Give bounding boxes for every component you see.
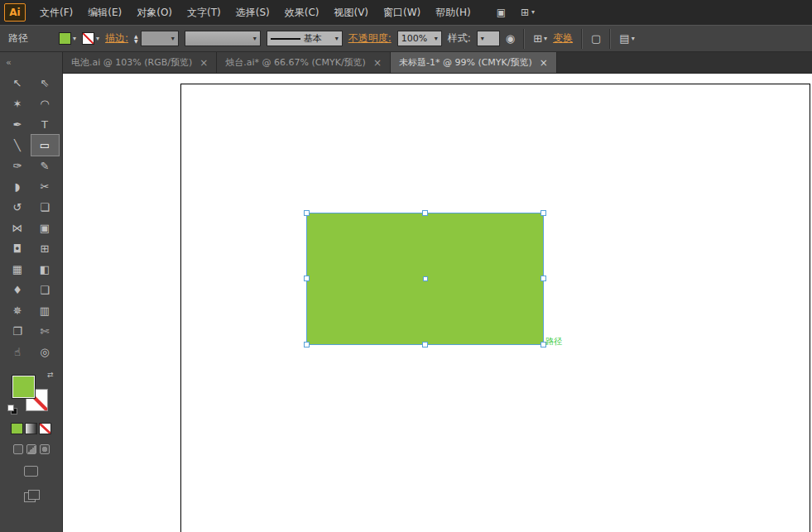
fill-swatch[interactable] [12,376,35,398]
isolate-object-icon[interactable]: ▢ [591,32,601,45]
gradient-button[interactable] [25,423,37,434]
chevron-down-icon[interactable]: ▾ [632,36,635,42]
tools-panel-header: « [0,52,62,73]
blob-brush-tool[interactable]: ◗ [4,176,31,197]
scissors-tool[interactable]: ✂ [31,176,59,197]
fill-color-swatch[interactable] [59,32,71,45]
panel-options-icon[interactable]: ▤ ▾ [619,32,634,45]
line-segment-tool[interactable]: ╲ [4,135,31,156]
selection-handle-sw[interactable] [304,342,310,347]
selection-handle-w[interactable] [304,276,310,281]
appbar-icons: ▣⊞▾ [497,7,535,18]
document-tab-2[interactable]: 未标题-1* @ 99% (CMYK/预览)× [391,52,557,73]
selection-tool[interactable]: ↖ [4,73,31,93]
chevron-down-icon[interactable]: ▾ [253,36,257,42]
style-dropdown[interactable]: ▾ [477,31,500,46]
none-button[interactable] [39,423,51,434]
canvas[interactable]: 路径 [63,74,812,532]
screen-mode-icon[interactable] [24,466,38,477]
selection-handle-e[interactable] [541,276,546,281]
stroke-weight-field[interactable]: ▾ [141,31,179,46]
symbol-sprayer-tool[interactable]: ✵ [4,300,31,321]
selection-center-point[interactable] [423,276,428,281]
width-tool[interactable]: ⋈ [4,218,31,238]
lasso-tool[interactable]: ◠ [31,93,59,114]
stroke-panel-link[interactable]: 描边: [105,31,128,46]
tab-close-button[interactable]: × [199,58,208,68]
selection-handle-nw[interactable] [304,210,310,216]
fill-color-control[interactable]: ▾ [59,32,76,45]
scale-tool[interactable]: ❏ [31,197,59,218]
gradient-tool[interactable]: ◧ [31,259,59,280]
menu-type[interactable]: 文字(T) [180,0,228,25]
stroke-color-swatch[interactable] [82,32,94,45]
doc-arrange-icon[interactable]: ▣ [497,7,506,18]
menu-select[interactable]: 选择(S) [228,0,277,25]
menu-file[interactable]: 文件(F) [32,0,80,25]
mesh-tool[interactable]: ▦ [4,259,31,280]
paintbrush-tool[interactable]: ✑ [4,156,31,176]
slice-tool[interactable]: ✄ [31,321,59,342]
default-fill-mini-swatch [7,405,14,411]
menu-view[interactable]: 视图(V) [326,0,376,25]
hand-tool[interactable]: ☝ [4,342,31,362]
opacity-field[interactable]: 100% ▾ [397,31,442,46]
swap-fill-stroke-icon[interactable]: ⇄ [47,371,54,379]
magic-wand-tool[interactable]: ✶ [4,93,31,114]
width-profile-dropdown[interactable]: ▾ [185,31,261,46]
default-fill-stroke-icon[interactable] [7,405,18,415]
tab-close-button[interactable]: × [540,58,548,68]
perspective-grid-tool[interactable]: ⊞ [31,238,59,259]
stepper-down-icon[interactable]: ▼ [134,39,138,44]
menu-edit[interactable]: 编辑(E) [80,0,129,25]
opacity-value: 100% [401,33,427,44]
blend-tool[interactable]: ❑ [31,280,59,300]
menu-help[interactable]: 帮助(H) [428,0,478,25]
align-options-icon[interactable]: ⊞ ▾ [533,32,547,45]
recolor-artwork-icon[interactable]: ◉ [506,32,515,45]
menu-object[interactable]: 对象(O) [129,0,180,25]
draw-inside-mode-icon[interactable] [40,444,50,454]
chevron-down-icon[interactable]: ▾ [544,36,547,42]
menu-effect[interactable]: 效果(C) [277,0,327,25]
stroke-color-control[interactable]: ▾ [82,32,99,45]
artboard-tool[interactable]: ❐ [4,321,31,342]
rotate-tool[interactable]: ↺ [4,197,31,218]
draw-behind-mode-icon[interactable] [26,444,36,454]
app-windows-icon[interactable] [24,490,39,501]
tab-close-button[interactable]: × [373,58,382,68]
stroke-weight-stepper[interactable]: ▲ ▼ [134,34,138,44]
document-tab-0[interactable]: 电池.ai @ 103% (RGB/预览)× [63,52,217,73]
document-tab-1[interactable]: 烛台.ai* @ 66.67% (CMYK/预览)× [217,52,391,73]
workspace-switcher-icon[interactable]: ⊞▾ [521,7,535,18]
pencil-tool[interactable]: ✎ [31,156,59,176]
selected-rectangle[interactable] [307,213,543,344]
direct-selection-tool[interactable]: ⇖ [31,73,59,93]
chevron-down-icon[interactable]: ▾ [96,36,99,42]
selection-handle-s[interactable] [422,342,428,347]
brush-definition-dropdown[interactable]: 基本 ▾ [267,31,343,46]
chevron-down-icon[interactable]: ▾ [171,36,175,42]
stroke-preview-line [271,38,300,40]
transform-panel-link[interactable]: 变换 [553,31,573,46]
selection-handle-n[interactable] [422,210,428,216]
chevron-down-icon[interactable]: ▾ [335,36,339,42]
rectangle-tool[interactable]: ▭ [31,135,59,156]
free-transform-tool[interactable]: ▣ [31,218,59,238]
chevron-down-icon[interactable]: ▾ [73,36,76,42]
draw-normal-mode-icon[interactable] [13,444,23,454]
tab-title: 烛台.ai* @ 66.67% (CMYK/预览) [225,56,366,69]
pen-tool[interactable]: ✒ [4,114,31,135]
column-graph-tool[interactable]: ▥ [31,300,59,321]
type-tool[interactable]: T [31,114,59,135]
color-button[interactable] [11,423,23,434]
selection-handle-ne[interactable] [541,210,546,216]
zoom-tool[interactable]: ◎ [31,342,59,362]
chevron-down-icon[interactable]: ▾ [435,36,438,42]
shape-builder-tool[interactable]: ◘ [4,238,31,259]
menu-window[interactable]: 窗口(W) [376,0,428,25]
eyedropper-tool[interactable]: ♦ [4,280,31,300]
chevron-down-icon[interactable]: ▾ [481,36,484,42]
collapse-panel-icon[interactable]: « [6,57,12,68]
opacity-panel-link[interactable]: 不透明度: [348,31,392,46]
